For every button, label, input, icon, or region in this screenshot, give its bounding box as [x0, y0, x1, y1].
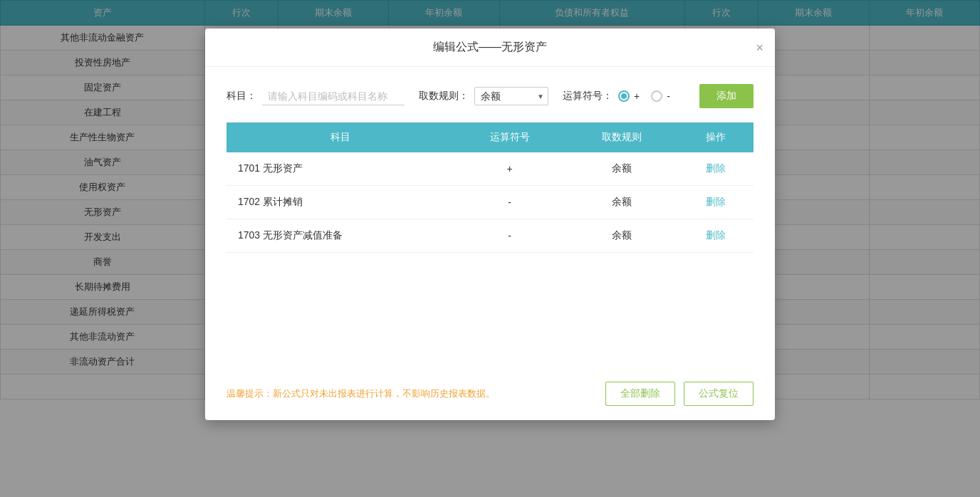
operator-label: 运算符号：: [563, 90, 612, 103]
radio-plus-circle: [618, 90, 630, 102]
row2-subject: 1702 累计摊销: [226, 186, 454, 219]
operator-group: 运算符号： + -: [563, 90, 670, 103]
add-button[interactable]: 添加: [699, 84, 754, 108]
row3-operator: -: [454, 219, 565, 253]
modal-close-button[interactable]: ×: [756, 41, 763, 54]
row3-action: 删除: [677, 219, 754, 253]
rule-group: 取数规则： 余额 借方 贷方 借方发生额 贷方发生额 ▼: [419, 87, 548, 105]
page-container: 资产 行次 期末余额 年初余额 负债和所有者权益 行次 期末余额 年初余额 其他…: [0, 0, 980, 497]
row2-action: 删除: [677, 186, 754, 219]
delete-row3-button[interactable]: 删除: [706, 229, 726, 242]
th-action: 操作: [677, 122, 754, 152]
modal-header: 编辑公式——无形资产 ×: [205, 28, 775, 67]
row3-subject: 1703 无形资产减值准备: [226, 219, 454, 253]
formula-table: 科目 运算符号 取数规则 操作 1701 无形资产 + 余额 删除: [226, 122, 754, 253]
row1-action: 删除: [677, 152, 754, 186]
delete-row2-button[interactable]: 删除: [706, 196, 726, 209]
th-rule: 取数规则: [565, 122, 677, 152]
row1-subject: 1701 无形资产: [226, 152, 454, 186]
footer-buttons: 全部删除 公式复位: [605, 382, 754, 406]
subject-label: 科目：: [226, 90, 256, 103]
delete-row1-button[interactable]: 删除: [706, 162, 726, 175]
footer-tip: 温馨提示：新公式只对未出报表进行计算，不影响历史报表数据。: [226, 387, 495, 400]
table-row: 1703 无形资产减值准备 - 余额 删除: [226, 219, 754, 253]
operator-plus-label: +: [634, 90, 640, 102]
rule-select[interactable]: 余额 借方 贷方 借方发生额 贷方发生额: [474, 87, 548, 105]
reset-formula-button[interactable]: 公式复位: [684, 382, 754, 406]
table-header-row: 科目 运算符号 取数规则 操作: [226, 122, 754, 152]
subject-input[interactable]: [262, 88, 405, 105]
modal-title: 编辑公式——无形资产: [433, 41, 547, 53]
rule-select-wrapper: 余额 借方 贷方 借方发生额 贷方发生额 ▼: [474, 87, 548, 105]
radio-minus-circle: [651, 90, 662, 102]
modal-overlay: 编辑公式——无形资产 × 科目： 取数规则：: [0, 0, 980, 497]
row2-rule: 余额: [565, 186, 677, 219]
rule-label: 取数规则：: [419, 90, 469, 103]
modal-body: 科目： 取数规则： 余额 借方 贷方 借方发生额 贷方发生额: [205, 67, 775, 370]
subject-group: 科目：: [226, 88, 405, 105]
row2-operator: -: [454, 186, 565, 219]
operator-plus-radio[interactable]: +: [618, 90, 640, 102]
th-subject: 科目: [226, 122, 454, 152]
operator-minus-label: -: [667, 90, 670, 102]
modal-footer: 温馨提示：新公式只对未出报表进行计算，不影响历史报表数据。 全部删除 公式复位: [205, 370, 775, 420]
row1-operator: +: [454, 152, 565, 186]
operator-radio-group: + -: [618, 90, 670, 102]
operator-minus-radio[interactable]: -: [651, 90, 670, 102]
th-operator: 运算符号: [454, 122, 565, 152]
table-row: 1701 无形资产 + 余额 删除: [226, 152, 754, 186]
form-row: 科目： 取数规则： 余额 借方 贷方 借方发生额 贷方发生额: [226, 84, 754, 108]
row3-rule: 余额: [565, 219, 677, 253]
modal-dialog: 编辑公式——无形资产 × 科目： 取数规则：: [205, 28, 775, 420]
delete-all-button[interactable]: 全部删除: [605, 382, 675, 406]
row1-rule: 余额: [565, 152, 677, 186]
table-row: 1702 累计摊销 - 余额 删除: [226, 186, 754, 219]
